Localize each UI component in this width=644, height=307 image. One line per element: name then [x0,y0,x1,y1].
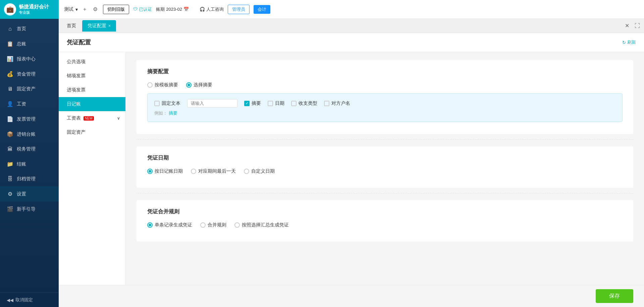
headset-icon: 🎧 [200,7,205,12]
header: 测试 ▾ + ⚙ 切到旧版 🛡 已认证 账期 2023-02 📅 🎧 人工咨询 … [59,0,644,19]
checkbox-counterpart-box [324,101,329,106]
left-nav-payroll-table[interactable]: 工资表 NEW ∨ [59,111,125,125]
sidebar-item-home[interactable]: ⌂首页 [0,21,59,36]
switch-old-button[interactable]: 切到旧版 [103,5,129,14]
date-radio-journal[interactable]: 按日记账日期 [147,168,183,174]
checkbox-summary[interactable]: 摘要 [244,100,261,106]
left-nav-purchase-invoice[interactable]: 进项发票 [59,83,125,97]
left-nav-fixed-assets[interactable]: 固定资产 [59,125,125,139]
radio-merge-circle [200,222,206,228]
sidebar-item-tax[interactable]: 🏛税务管理 [0,142,59,157]
divider-1 [137,139,633,140]
radio-template-label: 按模板摘要 [155,82,178,88]
radio-journal-date-circle [147,169,153,174]
radio-custom-label: 自定义日期 [251,168,275,174]
summary-radio-select[interactable]: 选择摘要 [186,82,212,88]
date-radio-period-last[interactable]: 对应期间最后一天 [191,168,236,174]
consult-button[interactable]: 🎧 人工咨询 [200,6,224,12]
left-nav-sales-invoice[interactable]: 销项发票 [59,69,125,83]
tab-home-label: 首页 [67,23,76,29]
example-label: 例如： [154,111,167,116]
admin-button[interactable]: 管理员 [228,5,250,14]
merge-radio-group: 单条记录生成凭证 合并规则 按照选择汇总生成凭证 [147,222,623,228]
merge-rule-inner: 凭证合并规则 单条记录生成凭证 合并规则 按照选择汇总生成凭证 [137,200,633,242]
page-title: 凭证配置 [67,38,91,46]
fullscreen-button[interactable]: ⛶ [633,21,641,30]
header-project: 测试 ▾ [64,6,78,12]
nav-icon-invoices: 📄 [7,116,13,122]
fixed-text-input[interactable] [187,99,237,107]
logo-text: 畅捷通好会计 专业版 [19,4,49,15]
content-header: 凭证配置 ↻ 刷新 [59,33,644,52]
sidebar-item-funds[interactable]: 💰资金管理 [0,67,59,82]
sidebar-item-archive[interactable]: 🗄归档管理 [0,172,59,186]
sidebar-item-settings[interactable]: ⚙设置 [0,186,59,202]
save-button[interactable]: 保存 [596,289,633,303]
checkbox-summary-box [244,101,250,106]
checkbox-date-box [268,101,273,106]
chevron-icon: ∨ [117,116,120,121]
new-badge: NEW [84,116,94,121]
period-value: 2023-02 [166,7,182,12]
summary-radio-template[interactable]: 按模板摘要 [147,82,178,88]
merge-radio-merge[interactable]: 合并规则 [200,222,226,228]
accountant-button[interactable]: 会计 [254,5,270,14]
period-display: 账期 2023-02 📅 [156,6,189,12]
tab-actions: ✕ ⛶ [624,21,641,30]
refresh-label: 刷新 [627,39,636,45]
nav-icon-guide: 🎬 [7,206,13,212]
header-right: 🎧 人工咨询 管理员 会计 [200,5,270,14]
sidebar-item-invoices[interactable]: 📄发票管理 [0,112,59,127]
radio-select-merge-circle [234,222,240,228]
checkbox-counterpart[interactable]: 对方户名 [324,100,350,106]
nav-label-assets: 固定资产 [17,86,36,92]
sidebar-item-sales[interactable]: 📦进销台账 [0,127,59,142]
merge-radio-single[interactable]: 单条记录生成凭证 [147,222,192,228]
nav-icon-reports: 📊 [7,56,13,62]
summary-config-inner: 摘要配置 按模板摘要 选择摘要 [137,60,633,134]
sidebar-item-close[interactable]: 📁结账 [0,157,59,172]
sidebar-item-reports[interactable]: 📊报表中心 [0,51,59,67]
add-button[interactable]: + [82,5,88,14]
left-nav-public[interactable]: 公共选项 [59,55,125,69]
nav-icon-payroll: 👤 [7,101,13,107]
nav-icon-sales: 📦 [7,131,13,137]
summary-radio-group: 按模板摘要 选择摘要 [147,82,623,88]
radio-single-circle [147,222,153,228]
voucher-date-section: 凭证日期 按日记账日期 对应期间最后一天 自定义日期 [137,146,633,188]
sidebar-item-ledger[interactable]: 📋总账 [0,36,59,51]
tab-home[interactable]: 首页 [61,20,82,32]
dropdown-icon[interactable]: ▾ [75,7,78,12]
tab-voucher-config[interactable]: 凭证配置 × [82,20,116,32]
sidebar-item-payroll[interactable]: 👤工资 [0,96,59,112]
logo-icon: 💼 [4,3,16,15]
sidebar-item-guide[interactable]: 🎬新手引导 [0,202,59,217]
left-nav-journal[interactable]: 日记账 [59,97,125,111]
checkbox-date[interactable]: 日期 [268,100,284,106]
nav-label-home: 首页 [17,26,26,32]
tab-close-icon[interactable]: × [108,24,111,28]
calendar-icon[interactable]: 📅 [183,7,189,12]
left-nav: 公共选项 销项发票 进项发票 日记账 工资表 NEW ∨ 固定资产 [59,52,126,307]
sidebar: 💼 畅捷通好会计 专业版 ⌂首页📋总账📊报表中心💰资金管理🖥固定资产👤工资📄发票… [0,0,59,307]
checkbox-fixed-text[interactable]: 固定文本 [154,100,180,106]
merge-rule-title: 凭证合并规则 [147,208,623,215]
sidebar-footer[interactable]: ◀◀ 取消固定 [0,293,59,307]
sidebar-item-assets[interactable]: 🖥固定资产 [0,82,59,96]
merge-radio-select-merge[interactable]: 按照选择汇总生成凭证 [234,222,289,228]
consult-label: 人工咨询 [206,6,224,12]
radio-select-circle [186,82,192,88]
checkbox-income-type[interactable]: 收支类型 [291,100,317,106]
checkbox-date-label: 日期 [275,100,284,106]
radio-select-merge-label: 按照选择汇总生成凭证 [242,222,289,228]
period-label: 账期 [156,6,165,12]
settings-header-button[interactable]: ⚙ [92,5,99,14]
save-bar: 保存 [59,285,644,307]
body-area: 公共选项 销项发票 进项发票 日记账 工资表 NEW ∨ 固定资产 [59,52,644,307]
radio-custom-circle [244,169,249,174]
close-window-button[interactable]: ✕ [624,21,631,30]
date-radio-custom[interactable]: 自定义日期 [244,168,275,174]
refresh-button[interactable]: ↻ 刷新 [622,39,636,45]
checkbox-counterpart-label: 对方户名 [331,100,350,106]
right-content: 摘要配置 按模板摘要 选择摘要 [126,52,644,307]
